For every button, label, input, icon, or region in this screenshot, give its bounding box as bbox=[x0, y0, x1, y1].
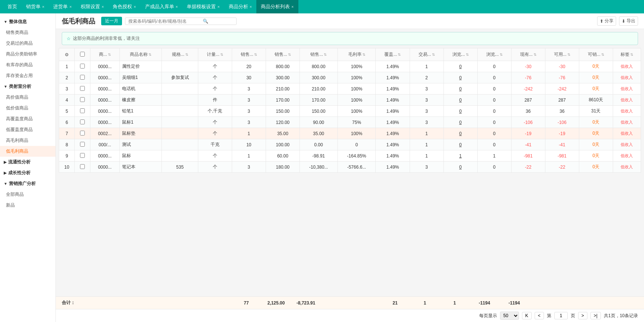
row-checkbox[interactable] bbox=[80, 108, 85, 113]
sort-icon[interactable]: ⇅ bbox=[398, 52, 401, 57]
sidebar-item-库存资金占用[interactable]: 库存资金占用 bbox=[0, 70, 55, 81]
cell-browse1[interactable]: 0 bbox=[443, 72, 477, 83]
nav-close-icon[interactable]: × bbox=[69, 4, 71, 9]
sort-icon[interactable]: ⇅ bbox=[185, 52, 188, 57]
cell-browse1[interactable]: 0 bbox=[443, 61, 477, 72]
sidebar-item-有库存的商品[interactable]: 有库存的商品 bbox=[0, 60, 55, 70]
cell-name[interactable]: 测试 bbox=[119, 139, 161, 150]
page-size-select[interactable]: 50 20 100 bbox=[500, 312, 519, 320]
sort-icon[interactable]: ⇅ bbox=[601, 52, 604, 57]
row-checkbox[interactable] bbox=[80, 164, 85, 169]
browse-link[interactable]: 0 bbox=[459, 64, 462, 69]
sort-icon[interactable]: ⇅ bbox=[567, 52, 570, 57]
sort-icon[interactable]: ⇅ bbox=[466, 52, 469, 57]
sidebar-item-商品分类助销率[interactable]: 商品分类助销率 bbox=[0, 49, 55, 60]
browse-link[interactable]: 0 bbox=[459, 131, 462, 136]
sidebar-section-成长性分析[interactable]: ▶成长性分析 bbox=[0, 168, 55, 178]
nav-item-商品分析[interactable]: 商品分析× bbox=[224, 0, 256, 13]
cell-name[interactable]: 属性定价 bbox=[119, 61, 161, 72]
cell-name[interactable]: 笔记本 bbox=[119, 162, 161, 173]
cell-browse1[interactable]: 0 bbox=[443, 117, 477, 128]
sort-icon[interactable]: ⇅ bbox=[500, 52, 503, 57]
sidebar-item-高价值商品[interactable]: 高价值商品 bbox=[0, 92, 55, 103]
sidebar-section-营销推广分析[interactable]: ▼营销推广分析 bbox=[0, 178, 55, 189]
nav-close-icon[interactable]: × bbox=[42, 4, 44, 9]
col-header-settings[interactable]: ⚙ bbox=[59, 48, 75, 61]
col-header-checkbox[interactable] bbox=[75, 48, 90, 61]
nav-item-首页[interactable]: 首页 bbox=[3, 0, 22, 13]
search-icon[interactable]: 🔍 bbox=[203, 19, 208, 24]
last-page-button[interactable]: >| bbox=[590, 312, 601, 319]
sidebar-item-低价值商品[interactable]: 低价值商品 bbox=[0, 103, 55, 114]
sort-icon[interactable]: ⇅ bbox=[108, 52, 111, 57]
sidebar-section-类射室分析[interactable]: ▼类射室分析 bbox=[0, 81, 55, 92]
sort-icon[interactable]: ⇅ bbox=[630, 52, 633, 57]
nav-item-产成品入库单[interactable]: 产成品入库单× bbox=[141, 0, 182, 13]
nav-close-icon[interactable]: × bbox=[250, 4, 252, 9]
sort-icon[interactable]: ⇅ bbox=[254, 52, 257, 57]
nav-close-icon[interactable]: × bbox=[291, 4, 294, 9]
sort-icon[interactable]: ⇅ bbox=[148, 52, 151, 57]
cell-name[interactable]: 鼠标1 bbox=[119, 117, 161, 128]
browse-link[interactable]: 0 bbox=[459, 165, 462, 170]
nav-close-icon[interactable]: × bbox=[102, 4, 104, 9]
select-all-checkbox[interactable] bbox=[80, 52, 85, 57]
browse-link[interactable]: 0 bbox=[459, 75, 462, 80]
row-checkbox[interactable] bbox=[80, 142, 85, 147]
sidebar-item-新品[interactable]: 新品 bbox=[0, 200, 55, 211]
nav-item-权限设置[interactable]: 权限设置× bbox=[76, 0, 108, 13]
sidebar-item-全部商品[interactable]: 全部商品 bbox=[0, 189, 55, 200]
sort-icon[interactable]: ⇅ bbox=[362, 52, 365, 57]
cell-browse1[interactable]: 0 bbox=[443, 162, 477, 173]
search-input[interactable] bbox=[128, 19, 203, 24]
sidebar-item-低毛利商品[interactable]: 低毛利商品 bbox=[0, 146, 55, 157]
nav-item-角色授权[interactable]: 角色授权× bbox=[108, 0, 140, 13]
cell-name[interactable]: 橡皮擦 bbox=[119, 95, 161, 106]
sort-icon[interactable]: ⇅ bbox=[534, 52, 536, 57]
browse-link[interactable]: 0 bbox=[459, 120, 462, 125]
sort-icon[interactable]: ⇅ bbox=[220, 52, 223, 57]
row-checkbox[interactable] bbox=[80, 119, 85, 124]
page-number-input[interactable] bbox=[554, 312, 568, 319]
sort-icon[interactable]: ⇅ bbox=[432, 52, 435, 57]
cell-name[interactable]: 鼠标 bbox=[119, 150, 161, 162]
browse-link[interactable]: 0 bbox=[459, 142, 462, 147]
row-checkbox[interactable] bbox=[80, 86, 85, 91]
browse-link[interactable]: 0 bbox=[459, 98, 462, 103]
sidebar-section-流通性分析[interactable]: ▶流通性分析 bbox=[0, 157, 55, 168]
browse-link[interactable]: 0 bbox=[459, 86, 462, 92]
sort-icon[interactable]: ⇅ bbox=[288, 52, 291, 57]
sidebar-section-整体信息[interactable]: ▼整体信息 bbox=[0, 16, 55, 27]
sidebar-item-高覆盖度商品[interactable]: 高覆盖度商品 bbox=[0, 114, 55, 124]
nav-close-icon[interactable]: × bbox=[217, 4, 220, 9]
sidebar-item-销售类商品[interactable]: 销售类商品 bbox=[0, 27, 55, 38]
next-page-button[interactable]: > bbox=[578, 312, 587, 319]
cell-name[interactable]: 铅笔1 bbox=[119, 106, 161, 117]
sidebar-item-高毛利商品[interactable]: 高毛利商品 bbox=[0, 135, 55, 146]
cell-browse1[interactable]: 0 bbox=[443, 139, 477, 150]
settings-icon[interactable]: ⚙ bbox=[65, 52, 69, 57]
first-page-button[interactable]: K bbox=[522, 312, 532, 319]
row-checkbox[interactable] bbox=[80, 64, 85, 68]
nav-item-销货单[interactable]: 销货单× bbox=[22, 0, 49, 13]
nav-close-icon[interactable]: × bbox=[134, 4, 136, 9]
row-checkbox[interactable] bbox=[80, 75, 85, 80]
sidebar-item-交易过的商品[interactable]: 交易过的商品 bbox=[0, 38, 55, 49]
nav-item-单据模板设置[interactable]: 单据模板设置× bbox=[182, 0, 224, 13]
export-button[interactable]: ⬇ 导出 bbox=[619, 16, 638, 26]
nav-close-icon[interactable]: × bbox=[176, 4, 178, 9]
nav-item-进货单[interactable]: 进货单× bbox=[49, 0, 76, 13]
share-button[interactable]: ⬆ 分享 bbox=[597, 16, 616, 26]
cell-browse1[interactable]: 0 bbox=[443, 95, 477, 106]
cell-browse1[interactable]: 0 bbox=[443, 106, 477, 117]
browse-link[interactable]: 0 bbox=[459, 109, 462, 114]
row-checkbox[interactable] bbox=[80, 153, 85, 158]
filter-button[interactable]: 近一月 bbox=[101, 17, 122, 25]
cell-browse1[interactable]: 0 bbox=[443, 128, 477, 139]
sort-icon[interactable]: ⇅ bbox=[324, 52, 327, 57]
prev-page-button[interactable]: < bbox=[535, 312, 544, 319]
row-checkbox[interactable] bbox=[80, 131, 85, 136]
cell-name[interactable]: 吴细细1 bbox=[119, 72, 161, 83]
sidebar-item-低覆盖度商品[interactable]: 低覆盖度商品 bbox=[0, 124, 55, 135]
row-checkbox[interactable] bbox=[80, 97, 85, 102]
